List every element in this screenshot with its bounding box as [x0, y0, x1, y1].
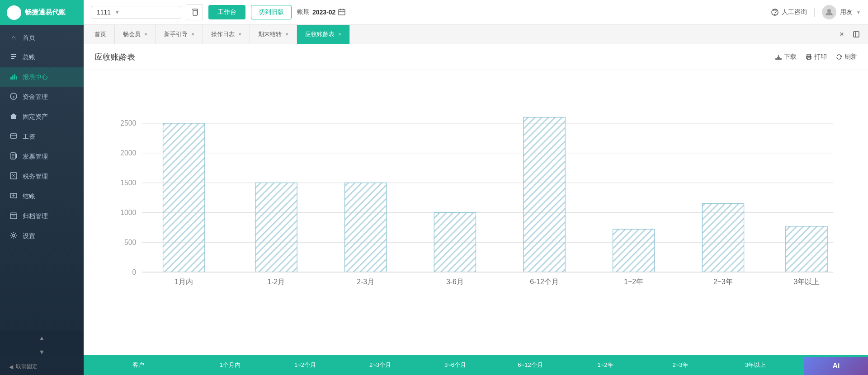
header-divider: [814, 8, 815, 17]
tabs-actions: ×: [835, 28, 868, 41]
invoice-icon: [9, 152, 18, 161]
tab-guide[interactable]: 新手引导 ×: [156, 25, 203, 44]
user-dropdown-icon: ▼: [856, 10, 861, 15]
tab-log-close[interactable]: ×: [238, 31, 241, 38]
sidebar-item-settings[interactable]: 设置: [0, 226, 84, 246]
copy-button[interactable]: [187, 4, 203, 20]
th-6-12month: 6~12个月: [493, 361, 568, 369]
sidebar-item-label: 发票管理: [23, 153, 48, 161]
svg-rect-36: [854, 32, 859, 37]
svg-text:1500: 1500: [120, 179, 136, 187]
checkout-icon: [9, 192, 18, 201]
tab-log[interactable]: 操作日志 ×: [203, 25, 250, 44]
svg-rect-60: [345, 183, 387, 272]
sidebar-item-salary[interactable]: 工资: [0, 127, 84, 147]
main-area: 1111 ▼ 工作台 切到旧版 账期 2023-02: [84, 0, 868, 375]
svg-text:500: 500: [124, 239, 137, 246]
logo-area: 畅捷通易代账: [0, 0, 84, 25]
tab-member-close[interactable]: ×: [144, 31, 147, 38]
sidebar-item-label: 税务管理: [23, 173, 48, 181]
svg-rect-56: [163, 123, 205, 272]
svg-text:2500: 2500: [120, 119, 136, 127]
print-label: 打印: [814, 53, 827, 61]
download-btn[interactable]: 下载: [775, 53, 797, 61]
tab-aging-label: 应收账龄表: [305, 30, 335, 38]
svg-rect-1: [11, 54, 16, 55]
sidebar-item-archive[interactable]: 归档管理: [0, 206, 84, 226]
company-name: 1111: [97, 9, 111, 16]
svg-text:3-6月: 3-6月: [446, 278, 464, 286]
aging-chart: 0 500 1000 1500 2000 2500 1月内 1-2月: [94, 79, 857, 346]
tab-aging[interactable]: 应收账龄表 ×: [297, 25, 350, 44]
sidebar-nav: ⌂ 首页 总账 报表中心: [0, 25, 84, 331]
table-header: 客户 1个月内 1~2个月 2~3个月 3~6个月 6~12个月 1~2年 2~…: [84, 355, 868, 375]
th-2-3month: 2~3个月: [343, 361, 418, 369]
svg-rect-28: [193, 10, 197, 15]
cancel-fixed-btn[interactable]: ◀ 取消固定: [0, 358, 84, 375]
svg-rect-70: [786, 226, 827, 272]
ai-badge[interactable]: Ai: [804, 357, 868, 375]
tab-period-end-close[interactable]: ×: [285, 31, 288, 38]
svg-text:6-12个月: 6-12个月: [530, 278, 559, 286]
svg-rect-68: [702, 204, 744, 272]
svg-text:¥: ¥: [12, 95, 15, 99]
sidebar-item-reports[interactable]: 报表中心: [0, 67, 84, 87]
sidebar-item-home[interactable]: ⌂ 首页: [0, 28, 84, 47]
tab-period-end[interactable]: 期末结转 ×: [250, 25, 297, 44]
chart-area: 0 500 1000 1500 2000 2500 1月内 1-2月: [84, 70, 868, 355]
funds-icon: ¥: [9, 93, 18, 102]
reports-icon: [9, 73, 18, 82]
sidebar-item-tax[interactable]: 税务管理: [0, 167, 84, 187]
close-tab-btn[interactable]: ×: [835, 28, 848, 41]
sidebar-item-funds[interactable]: ¥ 资金管理: [0, 87, 84, 107]
sidebar-item-label: 设置: [23, 232, 35, 240]
sidebar-item-label: 首页: [23, 34, 35, 42]
consultant-btn[interactable]: 人工咨询: [771, 8, 807, 16]
workbench-button[interactable]: 工作台: [208, 5, 245, 19]
svg-rect-58: [255, 183, 297, 272]
calendar-icon[interactable]: [338, 8, 345, 17]
maximize-tab-btn[interactable]: [850, 28, 863, 41]
svg-point-42: [810, 56, 811, 57]
sidebar-item-ledger[interactable]: 总账: [0, 47, 84, 67]
sidebar-item-label: 固定资产: [23, 113, 48, 121]
th-2-3year: 2~3年: [643, 361, 718, 369]
th-1month: 1个月内: [193, 361, 268, 369]
svg-rect-5: [12, 75, 14, 80]
tabs-bar: 首页 畅会员 × 新手引导 × 操作日志 × 期末结转 × 应收账龄表 × ×: [84, 25, 868, 44]
tab-member[interactable]: 畅会员 ×: [115, 25, 156, 44]
switch-button[interactable]: 切到旧版: [251, 5, 292, 19]
refresh-btn[interactable]: 刷新: [836, 53, 857, 61]
print-btn[interactable]: 打印: [806, 53, 827, 61]
sidebar-item-invoice[interactable]: 发票管理: [0, 147, 84, 167]
period-section: 账期 2023-02: [297, 8, 345, 17]
svg-rect-14: [16, 154, 17, 158]
tab-home[interactable]: 首页: [84, 25, 115, 44]
page-header: 应收账龄表 下载 打印: [84, 44, 868, 70]
svg-rect-2: [11, 56, 16, 57]
svg-rect-64: [524, 117, 565, 272]
svg-text:2-3月: 2-3月: [357, 278, 374, 286]
svg-point-35: [827, 9, 831, 13]
page-title: 应收账龄表: [94, 52, 135, 62]
home-icon: ⌂: [9, 34, 18, 42]
sidebar-item-label: 工资: [23, 133, 35, 141]
avatar: [822, 5, 836, 19]
scroll-down-btn[interactable]: ▼: [0, 345, 84, 358]
sidebar-item-assets[interactable]: 固定资产: [0, 107, 84, 127]
tab-guide-close[interactable]: ×: [191, 31, 194, 38]
assets-icon: [9, 112, 18, 122]
scroll-up-btn[interactable]: ▲: [0, 331, 84, 345]
th-1-2month: 1~2个月: [268, 361, 343, 369]
svg-rect-6: [14, 74, 15, 80]
ai-badge-label: Ai: [833, 362, 840, 370]
company-selector[interactable]: 1111 ▼: [91, 6, 181, 19]
download-label: 下载: [784, 53, 797, 61]
tab-period-end-label: 期末结转: [258, 30, 282, 38]
sidebar-item-label: 归档管理: [23, 212, 48, 220]
user-section[interactable]: 用友 ▼: [822, 5, 861, 19]
tab-aging-close[interactable]: ×: [338, 31, 341, 38]
sidebar-item-checkout[interactable]: 结账: [0, 187, 84, 206]
svg-rect-11: [10, 134, 17, 138]
ledger-icon: [9, 53, 18, 62]
